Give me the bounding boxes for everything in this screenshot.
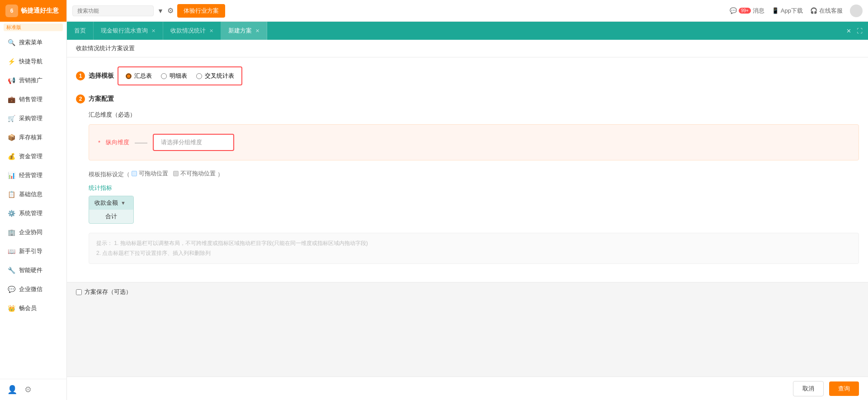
search-input[interactable] (72, 5, 154, 16)
enterprise-icon: 🏢 (7, 228, 15, 236)
page-header: 收款情况统计方案设置 (67, 40, 868, 57)
sidebar-item-finance[interactable]: 💰 资金管理 (0, 147, 66, 166)
dimension-required-label: 汇总维度（必选） (89, 111, 859, 119)
sidebar-item-label: 企业协同 (19, 228, 42, 236)
tab-close-all-icon[interactable]: ✕ (846, 28, 851, 34)
stats-area: 统计指标 收款金额 ▼ 合计 (89, 184, 859, 224)
finance-icon: 💰 (7, 152, 15, 160)
metrics-card-body: 合计 (89, 210, 133, 223)
sidebar-item-system[interactable]: ⚙️ 系统管理 (0, 204, 66, 223)
tab-stats-close[interactable]: ✕ (209, 28, 213, 34)
radio-detail-input[interactable] (161, 73, 167, 79)
sidebar-item-label: 采购管理 (19, 114, 42, 122)
sidebar-nav: 🔍 搜索菜单 ⚡ 快捷导航 📢 营销推广 💼 销售管理 🛒 采购管理 📦 库存核… (0, 33, 66, 379)
radio-summary-input[interactable] (126, 73, 132, 79)
topbar: ▼ ⚙ 体验行业方案 💬 99+ 消息 📱 App下载 🎧 在线客服 (67, 0, 868, 22)
user-icon[interactable]: 👤 (7, 385, 17, 395)
main-area: ▼ ⚙ 体验行业方案 💬 99+ 消息 📱 App下载 🎧 在线客服 首页 (67, 0, 868, 400)
section1-header: 1 选择模板 汇总表 明细表 交叉统计表 (76, 66, 859, 85)
save-checkbox-label[interactable]: 方案保存（可选） (76, 288, 132, 296)
tab-cashflow[interactable]: 现金银行流水查询 ✕ (94, 22, 163, 40)
metrics-legend-draggable: 可拖动位置 (132, 169, 168, 178)
industry-btn[interactable]: 体验行业方案 (177, 4, 225, 18)
metrics-card: 收款金额 ▼ 合计 (89, 196, 134, 224)
draggable-dot (132, 171, 137, 176)
sidebar-item-purchase[interactable]: 🛒 采购管理 (0, 109, 66, 128)
tab-new-plan-label: 新建方案 (228, 27, 252, 35)
sidebar-item-quicknav[interactable]: ⚡ 快捷导航 (0, 52, 66, 71)
row-label: 纵向维度 (106, 138, 129, 146)
notification-label: 消息 (753, 7, 764, 15)
sidebar-item-enterprise[interactable]: 🏢 企业协同 (0, 223, 66, 242)
radio-crosstab[interactable]: 交叉统计表 (196, 72, 234, 80)
tab-maximize-icon[interactable]: ⛶ (857, 28, 863, 34)
metrics-header: 模板指标设定（ 可拖动位置 不可拖动位置 ） (89, 169, 859, 179)
metrics-card-header[interactable]: 收款金额 ▼ (89, 196, 133, 210)
sidebar-item-label: 快捷导航 (19, 57, 42, 66)
dropdown-arrow-icon: ▼ (121, 200, 126, 206)
app-name: 畅捷通好生意 (21, 7, 59, 15)
app-version: 标准版 (4, 24, 63, 31)
sidebar-item-basic[interactable]: 📋 基础信息 (0, 185, 66, 204)
avatar[interactable] (850, 5, 863, 17)
guide-icon: 📖 (7, 247, 15, 255)
dimension-select[interactable]: 请选择分组维度 (153, 134, 234, 151)
sidebar-item-inventory[interactable]: 📦 库存核算 (0, 128, 66, 147)
query-button[interactable]: 查询 (829, 381, 859, 396)
tab-new-plan-close[interactable]: ✕ (255, 28, 259, 34)
tab-controls: ✕ ⛶ (841, 22, 868, 40)
sidebar-item-search[interactable]: 🔍 搜索菜单 (0, 33, 66, 52)
sidebar-item-marketing[interactable]: 📢 营销推广 (0, 71, 66, 90)
sidebar-item-wechat[interactable]: 💬 企业微信 (0, 280, 66, 299)
purchase-icon: 🛒 (7, 114, 15, 122)
logo-icon: 6 (5, 5, 18, 17)
topbar-right: 💬 99+ 消息 📱 App下载 🎧 在线客服 (730, 5, 863, 17)
sidebar-item-label: 新手引导 (19, 247, 42, 255)
save-label: 方案保存（可选） (85, 288, 132, 296)
form-area: 1 选择模板 汇总表 明细表 交叉统计表 (67, 57, 868, 282)
tabbar: 首页 现金银行流水查询 ✕ 收款情况统计 ✕ 新建方案 ✕ ✕ ⛶ (67, 22, 868, 40)
save-checkbox[interactable] (76, 289, 82, 295)
config-body: 汇总维度（必选） * 纵向维度 —— 请选择分组维度 模板指标设定（ (76, 111, 859, 264)
gear-icon[interactable]: ⚙ (167, 6, 174, 15)
sidebar-item-label: 系统管理 (19, 209, 42, 217)
radio-crosstab-input[interactable] (196, 73, 202, 79)
sales-icon: 💼 (7, 95, 15, 104)
tip-2: 2. 点击标题栏下拉可设置排序、插入列和删除列 (96, 249, 851, 259)
required-mark: * (98, 139, 100, 146)
sidebar-item-member[interactable]: 👑 畅会员 (0, 299, 66, 318)
dropdown-icon[interactable]: ▼ (157, 7, 164, 14)
marketing-icon: 📢 (7, 76, 15, 85)
notification-item[interactable]: 💬 99+ 消息 (730, 7, 764, 15)
radio-summary[interactable]: 汇总表 (126, 72, 152, 80)
section-template: 1 选择模板 汇总表 明细表 交叉统计表 (76, 66, 859, 85)
sidebar-item-sales[interactable]: 💼 销售管理 (0, 90, 66, 109)
section-config: 2 方案配置 汇总维度（必选） * 纵向维度 —— 请选择分组维度 (76, 94, 859, 264)
system-icon: ⚙️ (7, 209, 15, 217)
download-item[interactable]: 📱 App下载 (772, 7, 803, 15)
sidebar-item-management[interactable]: 📊 经营管理 (0, 166, 66, 185)
tab-stats[interactable]: 收款情况统计 ✕ (163, 22, 221, 40)
tab-cashflow-close[interactable]: ✕ (151, 28, 156, 34)
quicknav-icon: ⚡ (7, 57, 15, 66)
tab-stats-label: 收款情况统计 (170, 27, 206, 35)
tab-home[interactable]: 首页 (67, 22, 94, 40)
fixed-dot (173, 171, 179, 176)
settings-icon[interactable]: ⚙ (24, 385, 32, 395)
radio-detail[interactable]: 明细表 (161, 72, 187, 80)
page-footer: 方案保存（可选） (67, 282, 868, 301)
cancel-button[interactable]: 取消 (793, 381, 824, 396)
support-label: 在线客服 (819, 7, 843, 15)
tab-new-plan[interactable]: 新建方案 ✕ (221, 22, 267, 40)
support-icon: 🎧 (810, 7, 817, 14)
tip-1: 提示： 1. 拖动标题栏可以调整布局，不可跨维度或指标区域拖动栏目字段(只能在同… (96, 239, 851, 249)
sidebar-item-hardware[interactable]: 🔧 智能硬件 (0, 261, 66, 280)
support-item[interactable]: 🎧 在线客服 (810, 7, 843, 15)
app-logo: 6 畅捷通好生意 (0, 0, 66, 22)
sidebar-item-label: 营销推广 (19, 76, 42, 85)
sidebar-item-guide[interactable]: 📖 新手引导 (0, 242, 66, 261)
radio-crosstab-label: 交叉统计表 (205, 72, 234, 80)
wechat-icon: 💬 (7, 285, 15, 293)
section2-header: 2 方案配置 (76, 94, 859, 104)
dimension-area: * 纵向维度 —— 请选择分组维度 (89, 124, 859, 160)
